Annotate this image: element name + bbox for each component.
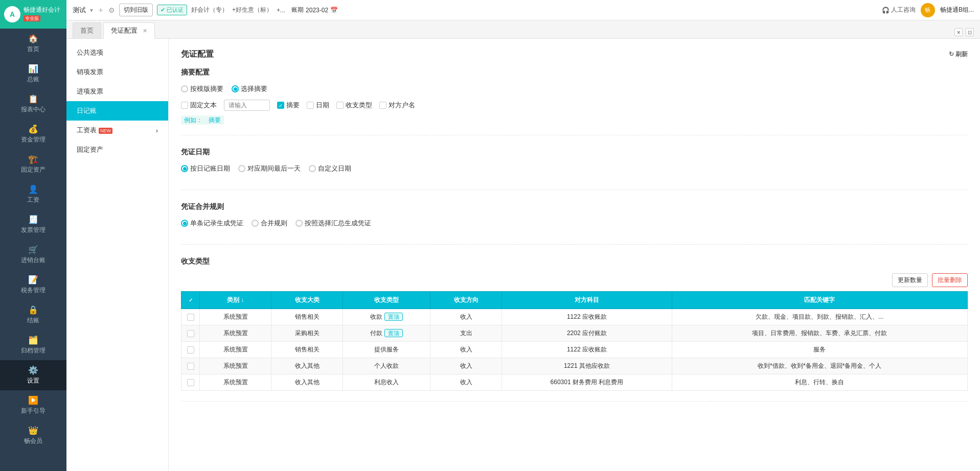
batch-delete-button[interactable]: 批量删除 — [932, 273, 968, 287]
left-nav-public-options[interactable]: 公共选项 — [66, 43, 168, 62]
sidebar-item-home[interactable]: 🏠 首页 — [0, 29, 66, 59]
radio-summary-generate[interactable]: 按照选择汇总生成凭证 — [295, 219, 371, 228]
sidebar-item-settings[interactable]: ⚙️ 设置 — [0, 360, 66, 390]
sidebar-item-funds[interactable]: 💰 资金管理 — [0, 119, 66, 149]
income-expense-section: 收支类型 更新数量 批量删除 ✓ 类别 ↓ 收支大类 收支类型 — [181, 257, 968, 402]
row-checkbox-5[interactable] — [187, 379, 194, 386]
topbar-right: 🎧 人工咨询 畅 畅捷通B组... — [882, 3, 974, 17]
td-keywords-3: 服务 — [672, 342, 967, 358]
more-tags: +... — [277, 7, 285, 14]
td-checkbox-4[interactable] — [181, 358, 200, 374]
checkbox-date-box — [307, 102, 314, 109]
summary-checkbox-row: 固定文本 ✓ 摘要 日期 收支类型 — [181, 100, 968, 111]
fixed-text-input[interactable] — [224, 100, 270, 111]
td-checkbox-2[interactable] — [181, 325, 200, 342]
td-category-4: 系统预置 — [200, 358, 271, 374]
checkbox-fixed-text[interactable]: 固定文本 — [181, 101, 217, 110]
checkbox-income-type[interactable]: 收支类型 — [336, 101, 372, 110]
page-title-text: 凭证配置 — [181, 49, 214, 60]
radio-template-summary[interactable]: 按模版摘要 — [181, 84, 223, 93]
sidebar-item-guide[interactable]: ▶️ 新手引导 — [0, 390, 66, 420]
radio-select-icon — [232, 85, 239, 92]
left-nav-diary[interactable]: 日记账 — [66, 101, 168, 121]
select-all-checkbox[interactable]: ✓ — [187, 297, 194, 304]
income-expense-title: 收支类型 — [181, 257, 968, 266]
switch-version-button[interactable]: 切到旧版 — [119, 4, 153, 16]
logo-icon: A — [4, 6, 20, 22]
td-checkbox-5[interactable] — [181, 374, 200, 391]
radio-custom-date[interactable]: 自定义日期 — [309, 164, 351, 173]
tab-close-icon[interactable]: ✕ — [143, 28, 147, 34]
top-tag-2[interactable]: 置顶 — [384, 329, 403, 337]
example-display: 例如：摘要 — [181, 116, 968, 125]
table-row: 系统预置 收入其他 利息收入 收入 660301 财务费用 利息费用 利息、行转… — [181, 374, 968, 391]
checkbox-counterpart-name[interactable]: 对方户名 — [379, 101, 415, 110]
td-major-5: 收入其他 — [271, 374, 343, 391]
archive-icon: 🗂️ — [28, 335, 38, 345]
checkbox-summary-box: ✓ — [277, 102, 284, 109]
sidebar-item-payroll[interactable]: 👤 工资 — [0, 179, 66, 209]
td-checkbox-3[interactable] — [181, 342, 200, 358]
window-close-button[interactable]: ✕ — [954, 28, 963, 36]
table-action-row: 更新数量 批量删除 — [181, 273, 968, 287]
table-row: 系统预置 收入其他 个人收款 收入 1221 其他应收款 收到*借款、收到*备用… — [181, 358, 968, 374]
radio-select-summary[interactable]: 选择摘要 — [232, 84, 267, 93]
calendar-icon[interactable]: 📅 — [330, 7, 338, 14]
payroll-icon: 👤 — [28, 184, 38, 194]
refresh-button[interactable]: ↻ 刷新 — [949, 50, 968, 59]
left-nav-payroll[interactable]: 工资表NEW › — [66, 121, 168, 140]
sidebar-item-member[interactable]: 👑 畅会员 — [0, 420, 66, 451]
td-keywords-2: 项目、日常费用、报销款、车费、承兑汇票、付款 — [672, 325, 967, 342]
update-count-button[interactable]: 更新数量 — [892, 273, 928, 287]
radio-diary-date[interactable]: 按日记账日期 — [181, 164, 230, 173]
row-checkbox-4[interactable] — [187, 363, 194, 370]
window-expand-button[interactable]: ⊡ — [966, 28, 974, 36]
summary-radio-group: 按模版摘要 选择摘要 — [181, 84, 968, 93]
row-checkbox-3[interactable] — [187, 346, 194, 354]
radio-single-record[interactable]: 单条记录生成凭证 — [181, 219, 243, 228]
row-checkbox-1[interactable] — [187, 314, 194, 321]
td-keywords-5: 利息、行转、换自 — [672, 374, 967, 391]
left-nav-purchase-invoice[interactable]: 进项发票 — [66, 82, 168, 101]
td-category-3: 系统预置 — [200, 342, 271, 358]
chevron-down-icon: › — [156, 127, 158, 134]
td-keywords-4: 收到*借款、收到*备用金、退回*备用金、个人 — [672, 358, 967, 374]
voucher-date-title: 凭证日期 — [181, 148, 968, 157]
sidebar-item-closing[interactable]: 🔒 结账 — [0, 300, 66, 330]
sidebar-item-invoice[interactable]: 🧾 发票管理 — [0, 209, 66, 240]
th-checkbox: ✓ — [181, 292, 200, 309]
dropdown-arrow-icon[interactable]: ▾ — [90, 7, 93, 14]
add-icon[interactable]: ＋ — [97, 6, 104, 15]
consult-button[interactable]: 🎧 人工咨询 — [882, 6, 916, 14]
sidebar-item-reports[interactable]: 📋 报表中心 — [0, 89, 66, 119]
radio-period-last-day[interactable]: 对应期间最后一天 — [238, 164, 301, 173]
tab-voucher-config[interactable]: 凭证配置 ✕ — [103, 22, 155, 39]
td-type-1: 收款 置顶 — [343, 309, 430, 325]
checkbox-date[interactable]: 日期 — [307, 101, 329, 110]
td-direction-3: 收入 — [430, 342, 502, 358]
merge-rules-section: 凭证合并规则 单条记录生成凭证 合并规则 按照选择汇总生成凭证 — [181, 202, 968, 245]
row-checkbox-2[interactable] — [187, 330, 194, 337]
sidebar-item-tax[interactable]: 📝 税务管理 — [0, 270, 66, 300]
sidebar-item-archive[interactable]: 🗂️ 归档管理 — [0, 330, 66, 360]
window-controls: ✕ ⊡ — [954, 28, 974, 38]
sidebar-item-ledger[interactable]: 📊 总账 — [0, 59, 66, 89]
td-checkbox-1[interactable] — [181, 309, 200, 325]
left-nav-fixed-assets[interactable]: 固定资产 — [66, 140, 168, 159]
td-category-1: 系统预置 — [200, 309, 271, 325]
left-nav-sales-invoice[interactable]: 销项发票 — [66, 62, 168, 82]
td-direction-5: 收入 — [430, 374, 502, 391]
tab-home[interactable]: 首页 — [73, 22, 101, 38]
table-row: 系统预置 销售相关 提供服务 收入 1122 应收账款 服务 — [181, 342, 968, 358]
radio-merge-rule-icon — [252, 220, 259, 227]
assets-icon: 🏗️ — [28, 154, 38, 164]
certified-tag: ✔ 已认证 — [157, 5, 187, 15]
radio-merge-rule[interactable]: 合并规则 — [252, 219, 287, 228]
top-tag-1[interactable]: 置顶 — [384, 313, 403, 321]
sidebar-item-assets[interactable]: 🏗️ 固定资产 — [0, 149, 66, 179]
gear-icon[interactable]: ⚙ — [108, 6, 115, 14]
logo-text: 畅捷通好会计 专业版 — [24, 6, 60, 22]
guide-icon: ▶️ — [28, 395, 38, 405]
checkbox-summary[interactable]: ✓ 摘要 — [277, 101, 300, 110]
sidebar-item-purchase[interactable]: 🛒 进销台账 — [0, 240, 66, 270]
